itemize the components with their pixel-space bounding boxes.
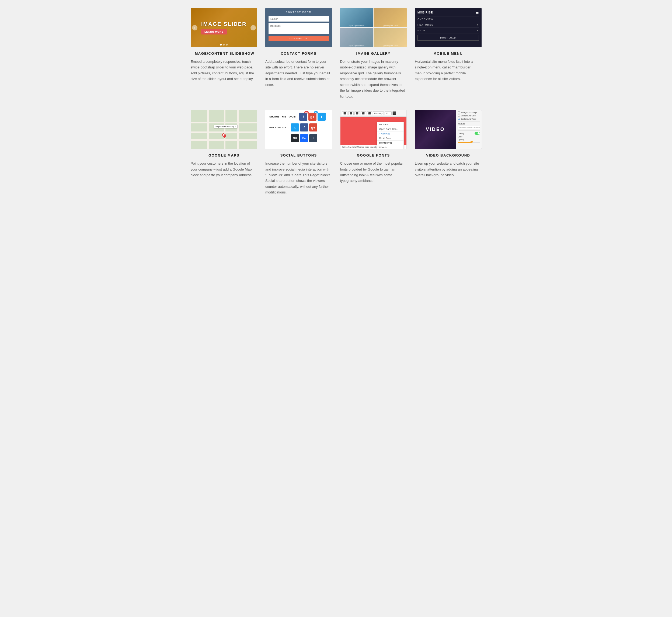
slider-dot-1[interactable]	[220, 44, 222, 45]
video-slider-handle[interactable]	[471, 141, 473, 143]
slider-dot-2[interactable]	[223, 44, 225, 45]
fonts-card-desc: Choose one or more of the most popular f…	[340, 161, 407, 184]
menu-item-overview[interactable]: OVERVIEW	[418, 16, 479, 22]
contact-message-input[interactable]	[268, 23, 329, 34]
mobile-menu-card-desc: Horizontal site menu folds itself into a…	[415, 59, 482, 82]
video-label-bg-video: Background Video	[461, 118, 476, 120]
video-radio-bg-video[interactable]	[458, 118, 460, 120]
fonts-toolbar-align-right[interactable]: ⬛	[355, 111, 360, 115]
card-image-slider: IMAGE SLIDER LEARN MORE ‹ › IMAGE/CONTEN…	[191, 8, 257, 99]
video-panel-bg-color: Background Color	[458, 115, 480, 117]
gallery-caption-1: Type caption here	[349, 24, 364, 26]
video-label-bg-image: Background Image	[461, 112, 477, 114]
features-arrow-icon: ▼	[477, 24, 479, 26]
gallery-caption-3: Type caption here	[349, 44, 364, 46]
slider-next-arrow[interactable]: ›	[250, 25, 256, 30]
share-label: SHARE THIS PAGE!	[269, 115, 296, 118]
video-opacity-label: Opacity	[458, 139, 480, 141]
card-image-gallery: Type caption here Type caption here Type…	[340, 8, 407, 99]
card-mobile-menu: MOBIRISE ☰ OVERVIEW FEATURES ▼ HELP ▼ DO…	[415, 8, 482, 99]
video-overlay-toggle[interactable]	[475, 132, 480, 135]
contact-submit-btn[interactable]: CONTACT US	[268, 36, 329, 41]
slider-preview: IMAGE SLIDER LEARN MORE ‹ ›	[191, 8, 257, 47]
video-radio-bg-color[interactable]	[458, 115, 460, 117]
follow-label: FOLLOW US	[269, 126, 288, 129]
follow-github-icon[interactable]: GH	[291, 134, 299, 142]
video-panel-divider-1	[458, 121, 480, 122]
fonts-preview: ⬛ ⬛ ⬛ ⬛ ⬛ Raleway 17... ⬛ PT Sans Open S…	[340, 110, 407, 149]
video-color-label: Color	[458, 136, 480, 138]
follow-behance-icon[interactable]: Be	[300, 134, 308, 142]
fonts-font-size[interactable]: 17...	[385, 111, 392, 115]
slider-card-desc: Embed a completely responsive, touch-swi…	[191, 59, 257, 82]
contact-card-desc: Add a subscribe or contact form to your …	[265, 59, 332, 87]
gallery-preview: Type caption here Type caption here Type…	[340, 8, 407, 47]
gallery-caption-2: Type caption here	[383, 24, 398, 26]
share-facebook-icon[interactable]: f 192	[299, 113, 307, 121]
fonts-body: PT Sans Open Sans Con... Raleway Droid S…	[341, 117, 407, 149]
row1-grid: IMAGE SLIDER LEARN MORE ‹ › IMAGE/CONTEN…	[191, 8, 482, 99]
follow-twitter-icon[interactable]: t	[291, 124, 299, 132]
googleplus-badge: 47	[314, 111, 318, 114]
fonts-font-name[interactable]: Raleway	[373, 111, 384, 115]
video-label-bg-color: Background Color	[461, 115, 476, 117]
card-google-maps: Empire State Building GOOGLE MAPS Point …	[191, 110, 257, 195]
fonts-color-btn[interactable]: ⬛	[393, 111, 396, 115]
follow-facebook-icon[interactable]: f	[300, 124, 308, 132]
slider-dot-3[interactable]	[226, 44, 228, 45]
menu-item-label-features: FEATURES	[418, 23, 433, 26]
video-opacity-slider[interactable]	[458, 142, 480, 143]
hamburger-icon[interactable]: ☰	[475, 10, 479, 15]
fonts-toolbar-align-center[interactable]: ⬛	[348, 111, 354, 115]
video-panel: Background Image Background Color Backgr…	[456, 110, 482, 149]
card-video-background: VIDEO Background Image Background Color …	[415, 110, 482, 195]
help-arrow-icon: ▼	[477, 29, 479, 32]
slider-learn-more-btn[interactable]: LEARN MORE	[201, 29, 227, 34]
slider-card-title: IMAGE/CONTENT SLIDESHOW	[191, 51, 257, 55]
mobile-menu-preview: MOBIRISE ☰ OVERVIEW FEATURES ▼ HELP ▼ DO…	[415, 8, 482, 47]
menu-item-label-help: HELP	[418, 29, 426, 32]
fonts-toolbar-more[interactable]: ⬛	[367, 111, 372, 115]
menu-brand: MOBIRISE	[418, 11, 433, 14]
maps-preview: Empire State Building	[191, 110, 257, 149]
slider-dots	[220, 44, 228, 45]
video-main-area: VIDEO	[415, 110, 456, 149]
fonts-item-ubuntu[interactable]: Ubuntu	[377, 145, 404, 149]
share-twitter-icon[interactable]: t	[317, 113, 325, 121]
maps-card-desc: Point your customers in the location of …	[191, 161, 257, 178]
video-youtube-input[interactable]: http://www.youtube.com/watd	[458, 126, 480, 129]
video-radio-bg-image[interactable]	[458, 111, 460, 114]
gallery-cell-4: Type caption here	[374, 28, 407, 47]
fonts-item-droidsans[interactable]: Droid Sans	[377, 136, 404, 141]
fonts-toolbar-align-left[interactable]: ⬛	[342, 111, 348, 115]
gallery-caption-4: Type caption here	[383, 44, 398, 46]
fonts-toolbar-align-justify[interactable]: ⬛	[361, 111, 366, 115]
fonts-card-title: GOOGLE FONTS	[340, 153, 407, 157]
menu-download-btn[interactable]: DOWNLOAD	[418, 35, 479, 41]
menu-item-help[interactable]: HELP ▼	[418, 28, 479, 33]
fonts-item-ptsans[interactable]: PT Sans	[377, 122, 404, 127]
video-panel-bg-image: Background Image	[458, 111, 480, 114]
gallery-cell-2: Type caption here	[374, 8, 407, 27]
fonts-item-raleway[interactable]: Raleway	[377, 132, 404, 136]
video-overlay-row: Overlay	[458, 132, 480, 135]
contact-name-input[interactable]	[268, 16, 329, 22]
share-googleplus-icon[interactable]: g+ 47	[308, 113, 316, 121]
follow-tumblr-icon[interactable]: t	[309, 134, 317, 142]
follow-section-2: GH Be t	[269, 134, 328, 142]
menu-item-features[interactable]: FEATURES ▼	[418, 22, 479, 28]
contact-preview: CONTACT FORM CONTACT US	[265, 8, 332, 47]
fonts-item-montserrat[interactable]: Montserrat	[377, 141, 404, 145]
fonts-dropdown[interactable]: PT Sans Open Sans Con... Raleway Droid S…	[377, 122, 404, 149]
row2-grid: Empire State Building GOOGLE MAPS Point …	[191, 110, 482, 195]
slider-content: IMAGE SLIDER LEARN MORE	[197, 17, 250, 38]
slider-prev-arrow[interactable]: ‹	[192, 25, 197, 30]
maps-road-v2	[224, 110, 225, 149]
social-card-title: SOCIAL BUTTONS	[265, 153, 332, 157]
social-preview: SHARE THIS PAGE! f 192 g+ 47 t	[265, 110, 332, 149]
card-contact-forms: CONTACT FORM CONTACT US CONTACT FORMS Ad…	[265, 8, 332, 99]
maps-card-title: GOOGLE MAPS	[191, 153, 257, 157]
follow-googleplus-icon[interactable]: g+	[309, 124, 317, 132]
gallery-card-desc: Demonstrate your images in masonry mobil…	[340, 59, 407, 99]
fonts-item-opensans[interactable]: Open Sans Con...	[377, 127, 404, 132]
